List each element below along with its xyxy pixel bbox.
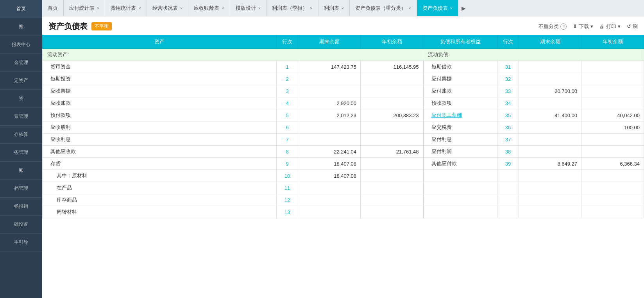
close-tab-template-design[interactable]: × (258, 6, 261, 11)
sidebar-item-sales[interactable]: 畅报销 (0, 198, 42, 216)
asset-end-balance (298, 194, 361, 206)
tab-profit[interactable]: 利润表 × (318, 0, 350, 16)
liability-name: 预收款项 (423, 97, 497, 109)
sidebar-item-wizard[interactable]: 手引导 (0, 234, 42, 252)
table-row: 预付款项52,012.23200,383.23应付职工薪酬3541,400.00… (43, 109, 644, 121)
asset-row-num: 4 (277, 97, 298, 109)
close-tab-ar-aging[interactable]: × (222, 6, 224, 11)
asset-year-start (361, 194, 423, 206)
close-tab-operations[interactable]: × (180, 6, 182, 11)
header-row-num2: 行次 (497, 35, 519, 49)
table-row: 应收账款42,920.00预收款项34 (43, 97, 644, 109)
liability-end-balance (519, 97, 581, 109)
asset-year-start: 116,145.95 (361, 61, 423, 73)
download-button[interactable]: ⬇ 下载 ▾ (573, 23, 593, 30)
liability-year-start: 6,366.34 (581, 158, 644, 170)
sidebar: 首页 账 报表中心 金管理 定资产 资 票管理 存核算 务管理 账 档管理 畅报… (0, 0, 42, 298)
liability-name: 应付利润 (423, 146, 497, 158)
liability-row-num (497, 170, 519, 182)
close-tab-balance-reclassified[interactable]: × (408, 6, 411, 11)
asset-name: 应收账款 (43, 97, 277, 109)
sidebar-item-ledger[interactable]: 账 (0, 162, 42, 180)
asset-name: 库存商品 (43, 194, 277, 206)
liability-end-balance: 20,700.00 (519, 85, 581, 97)
asset-row-num: 13 (277, 206, 298, 218)
tab-balance-sheet[interactable]: 资产负债表 × (417, 0, 458, 16)
balance-sheet-table: 资产 行次 期末余额 年初余额 负债和所有者权益 行次 期末余额 年初余额 流动… (42, 35, 644, 218)
sidebar-item-settings[interactable]: 础设置 (0, 216, 42, 234)
close-tab-ap-summary[interactable]: × (97, 6, 99, 11)
liability-year-start (581, 206, 644, 218)
sidebar-item-archive[interactable]: 档管理 (0, 180, 42, 198)
close-tab-cost-summary[interactable]: × (138, 6, 141, 11)
sidebar-item-fixed-assets[interactable]: 定资产 (0, 72, 42, 90)
liability-end-balance (519, 182, 581, 194)
liability-name: 其他应付款 (423, 158, 497, 170)
sidebar-item-home[interactable]: 首页 (0, 0, 42, 18)
sidebar-item-tax-mgmt[interactable]: 务管理 (0, 144, 42, 162)
asset-end-balance: 22,241.04 (298, 146, 361, 158)
liability-name (423, 182, 497, 194)
close-tab-profit-quarter[interactable]: × (310, 6, 312, 11)
download-icon: ⬇ (573, 23, 577, 29)
sidebar-item-account[interactable]: 账 (0, 18, 42, 36)
liability-row-num: 35 (497, 109, 519, 121)
liability-row-num: 31 (497, 61, 519, 73)
asset-year-start (361, 85, 423, 97)
asset-name: 存货 (43, 158, 277, 170)
tab-operations[interactable]: 经营状况表 × (147, 0, 188, 16)
print-icon: 🖨 (599, 23, 605, 29)
liability-end-balance (519, 206, 581, 218)
main-area: 首页 应付统计表 × 费用统计表 × 经营状况表 × 应收账龄表 × 模版设计 … (42, 0, 644, 298)
close-tab-balance-sheet[interactable]: × (450, 6, 453, 11)
liability-end-balance: 8,649.27 (519, 158, 581, 170)
liability-name (423, 194, 497, 206)
category-right-label: 流动负债: (423, 49, 644, 61)
report-title-area: 资产负债表 不平衡 (48, 21, 112, 32)
refresh-icon: ↺ (627, 23, 631, 29)
sidebar-item-investment[interactable]: 资 (0, 90, 42, 108)
liability-year-start (581, 73, 644, 85)
tab-home[interactable]: 首页 (42, 0, 64, 16)
liability-name (423, 170, 497, 182)
table-category-row: 流动资产:流动负债: (43, 49, 644, 61)
asset-name: 货币资金 (43, 61, 277, 73)
header-end-balance: 期末余额 (298, 35, 361, 49)
sidebar-item-bill-mgmt[interactable]: 票管理 (0, 108, 42, 126)
report-title: 资产负债表 (48, 21, 88, 32)
sidebar-item-report-center[interactable]: 报表中心 (0, 36, 42, 54)
sidebar-item-fund-mgmt[interactable]: 金管理 (0, 54, 42, 72)
asset-end-balance (298, 134, 361, 146)
asset-name: 应收利息 (43, 134, 277, 146)
tab-balance-reclassified[interactable]: 资产负债表（重分类） × (350, 0, 417, 16)
category-left-label: 流动资产: (43, 49, 423, 61)
asset-end-balance: 2,012.23 (298, 109, 361, 121)
liability-row-num: 39 (497, 158, 519, 170)
sidebar-item-inventory[interactable]: 存核算 (0, 126, 42, 144)
refresh-button[interactable]: ↺ 刷 (627, 23, 638, 30)
liability-year-start: 40,042.00 (581, 109, 644, 121)
asset-end-balance: 2,920.00 (298, 97, 361, 109)
no-classify-option[interactable]: 不重分类 ? (538, 23, 567, 30)
tab-ar-aging[interactable]: 应收账龄表 × (188, 0, 230, 16)
header-row-num: 行次 (277, 35, 298, 49)
header-end-balance2: 期末余额 (519, 35, 581, 49)
asset-year-start (361, 170, 423, 182)
tab-scroll-right[interactable]: ▶ (458, 0, 469, 16)
print-button[interactable]: 🖨 打印 ▾ (599, 23, 621, 30)
tab-profit-quarter[interactable]: 利润表（季报） × (267, 0, 318, 16)
asset-end-balance (298, 121, 361, 134)
help-icon[interactable]: ? (560, 23, 567, 30)
liability-year-start: 100.00 (581, 121, 644, 134)
liability-row-num (497, 194, 519, 206)
asset-row-num: 11 (277, 182, 298, 194)
liability-name: 应付职工薪酬 (423, 109, 497, 121)
asset-end-balance: 147,423.75 (298, 61, 361, 73)
close-tab-profit[interactable]: × (342, 6, 344, 11)
tab-ap-summary[interactable]: 应付统计表 × (64, 0, 105, 16)
asset-year-start (361, 121, 423, 134)
tab-cost-summary[interactable]: 费用统计表 × (105, 0, 147, 16)
tab-template-design[interactable]: 模版设计 × (230, 0, 267, 16)
table-row: 货币资金1147,423.75116,145.95短期借款31 (43, 61, 644, 73)
liability-row-num: 33 (497, 85, 519, 97)
